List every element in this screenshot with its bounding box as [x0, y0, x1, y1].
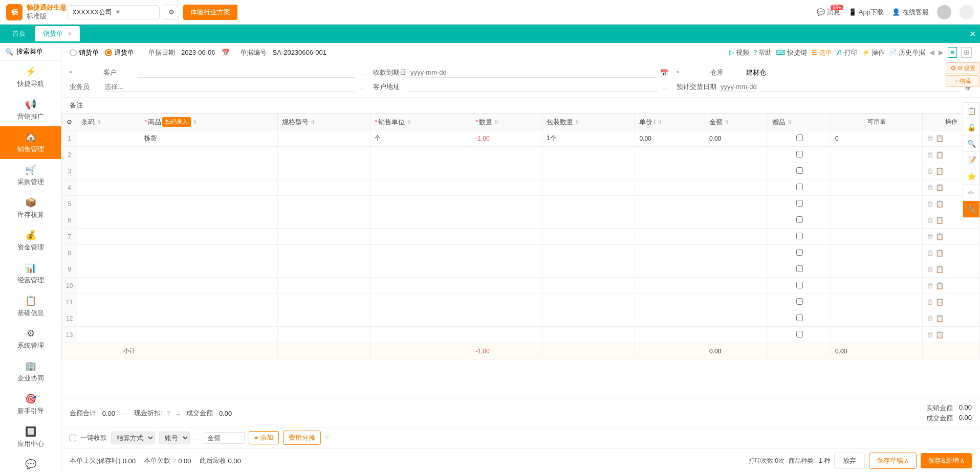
- sidebar-item-finance[interactable]: 💰 资金管理: [0, 224, 61, 257]
- amount-input[interactable]: [204, 432, 245, 444]
- gift-checkbox[interactable]: [796, 249, 803, 256]
- gift-checkbox[interactable]: [796, 233, 803, 239]
- toolbar-shortcut[interactable]: ⌨ 快捷键: [776, 48, 807, 57]
- sidebar-item-purchase[interactable]: 🛒 采购管理: [0, 159, 61, 192]
- sidebar-search[interactable]: 🔍 搜索菜单: [0, 43, 61, 61]
- avatar-extra[interactable]: [960, 5, 974, 19]
- arrow-up-icon-2[interactable]: ∧: [960, 457, 965, 464]
- float-icon-star[interactable]: ⭐: [963, 168, 979, 185]
- radio-sale-order[interactable]: 销货单: [70, 48, 99, 57]
- sidebar-item-inventory[interactable]: 📦 库存核算: [0, 192, 61, 224]
- online-service-button[interactable]: 👤 在线客服: [892, 8, 929, 17]
- delete-row-icon[interactable]: 🗑: [927, 298, 933, 306]
- cell-gift[interactable]: [768, 130, 831, 147]
- copy-row-icon[interactable]: 📋: [935, 200, 944, 208]
- calc-method-select[interactable]: 结算方式: [111, 432, 155, 444]
- radio-return-order[interactable]: 退货单: [105, 48, 134, 57]
- payment-date-calendar-icon[interactable]: 📅: [660, 69, 668, 77]
- copy-row-icon[interactable]: 📋: [935, 298, 944, 306]
- cell-spec[interactable]: [278, 130, 371, 147]
- sidebar-item-operation[interactable]: 📊 经营管理: [0, 257, 61, 290]
- settings-icon[interactable]: ⚙: [164, 5, 179, 20]
- sidebar-item-quick-nav[interactable]: ⚡ 快捷导航: [0, 61, 61, 94]
- close-all-tabs-icon[interactable]: ✕: [969, 29, 976, 39]
- gift-checkbox[interactable]: [796, 184, 803, 190]
- sidebar-item-system[interactable]: ⚙ 系统管理: [0, 323, 61, 355]
- salesperson-dots[interactable]: ...: [359, 83, 365, 91]
- float-icon-tool[interactable]: 🔧: [963, 201, 979, 217]
- toolbar-history[interactable]: 📄 历史单据: [889, 48, 925, 57]
- delete-row-icon[interactable]: 🗑: [927, 200, 933, 208]
- cell-sales-unit[interactable]: 个: [371, 130, 471, 147]
- delete-row-icon[interactable]: 🗑: [927, 134, 933, 142]
- calendar-icon[interactable]: 📅: [222, 49, 230, 56]
- total-owe-help-icon[interactable]: ?: [172, 457, 176, 465]
- cell-pack-qty[interactable]: 1个: [542, 130, 635, 147]
- expense-split-button[interactable]: 费用分摊: [283, 431, 321, 445]
- toolbar-help[interactable]: ? 帮助: [753, 48, 772, 57]
- float-icon-edit[interactable]: 📝: [963, 152, 979, 168]
- toolbar-select[interactable]: ☰ 选单: [811, 48, 832, 57]
- toolbar-print[interactable]: 🖨 打印: [836, 48, 858, 57]
- delete-row-icon[interactable]: 🗑: [927, 331, 933, 339]
- gift-checkbox[interactable]: [796, 151, 803, 157]
- sidebar-item-sales[interactable]: 🏠 销售管理: [0, 126, 61, 159]
- gift-checkbox[interactable]: [796, 314, 803, 321]
- sidebar-item-basic-info[interactable]: 📋 基础信息: [0, 290, 61, 323]
- next-icon[interactable]: ▶: [939, 49, 944, 56]
- gift-checkbox[interactable]: [796, 200, 803, 207]
- gift-checkbox[interactable]: [796, 265, 803, 272]
- one-click-payment-checkbox[interactable]: [70, 435, 76, 441]
- copy-row-icon[interactable]: 📋: [935, 265, 944, 273]
- cell-unit-price[interactable]: 0.00: [635, 130, 705, 147]
- delete-row-icon[interactable]: 🗑: [927, 184, 933, 191]
- account-select[interactable]: 账号: [159, 432, 190, 444]
- copy-row-icon[interactable]: 📋: [935, 249, 944, 257]
- copy-row-icon[interactable]: 📋: [935, 216, 944, 224]
- customer-input[interactable]: [137, 67, 355, 78]
- cell-amount[interactable]: 0.00: [705, 130, 768, 147]
- save-new-button[interactable]: 保存&新增 ∧: [921, 453, 972, 468]
- delete-row-icon[interactable]: 🗑: [927, 314, 933, 322]
- delete-row-icon[interactable]: 🗑: [927, 265, 933, 273]
- copy-row-icon[interactable]: 📋: [935, 184, 944, 191]
- company-selector[interactable]: XXXXXX公司 ▼: [68, 5, 160, 19]
- list-view-icon[interactable]: ≡: [948, 47, 957, 58]
- gift-checkbox[interactable]: [796, 331, 803, 337]
- settings-action-button[interactable]: ⚙ ⚙ 设置: [946, 62, 980, 74]
- help-icon[interactable]: ?: [167, 410, 170, 417]
- cell-product[interactable]: 拣货: [140, 130, 278, 147]
- tab-sales-order[interactable]: 销货单 ×: [35, 26, 80, 41]
- tab-close-icon[interactable]: ×: [68, 30, 72, 37]
- customer-dots[interactable]: ...: [359, 69, 365, 77]
- copy-row-icon[interactable]: 📋: [935, 233, 944, 240]
- scan-button[interactable]: 扫码录入: [162, 117, 191, 127]
- delete-row-icon[interactable]: 🗑: [927, 151, 933, 159]
- customer-addr-input[interactable]: [407, 82, 659, 92]
- copy-row-icon[interactable]: 📋: [935, 167, 944, 175]
- toolbar-action[interactable]: ⚡ 操作: [862, 48, 885, 57]
- addr-dots[interactable]: ...: [663, 83, 668, 91]
- payment-date-input[interactable]: [409, 67, 657, 78]
- delete-row-icon[interactable]: 🗑: [927, 167, 933, 175]
- expected-date-input[interactable]: [720, 82, 961, 92]
- delete-row-icon[interactable]: 🗑: [927, 216, 933, 224]
- delete-row-icon[interactable]: 🗑: [927, 282, 933, 289]
- save-draft-button[interactable]: 保存草稿 ∧: [869, 453, 917, 469]
- gift-checkbox[interactable]: [796, 298, 803, 305]
- gift-checkbox[interactable]: [796, 216, 803, 223]
- delete-row-icon[interactable]: 🗑: [927, 233, 933, 240]
- copy-row-icon[interactable]: 📋: [935, 134, 944, 142]
- delete-row-icon[interactable]: 🗑: [927, 249, 933, 257]
- payment-help-icon[interactable]: ?: [325, 434, 329, 442]
- copy-row-icon[interactable]: 📋: [935, 314, 944, 322]
- arrow-up-icon[interactable]: ∧: [904, 457, 909, 464]
- copy-row-icon[interactable]: 📋: [935, 282, 944, 289]
- tab-home[interactable]: 首页: [4, 26, 34, 41]
- grid-view-icon[interactable]: ⊞: [961, 47, 972, 58]
- logistics-button[interactable]: + 物流: [946, 75, 980, 87]
- gift-checkbox[interactable]: [796, 167, 803, 174]
- remark-input[interactable]: [86, 102, 972, 109]
- float-icon-pen[interactable]: ✏: [963, 185, 979, 201]
- trial-button[interactable]: 体验行业方案: [183, 5, 237, 20]
